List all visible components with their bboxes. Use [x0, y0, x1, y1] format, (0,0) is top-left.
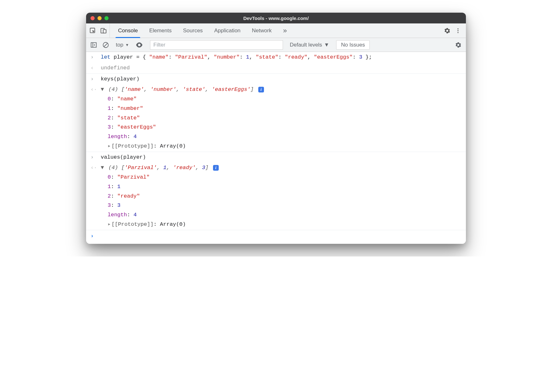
prototype-value: Array(0): [160, 221, 186, 227]
input-caret-icon: ›: [91, 74, 96, 84]
disclosure-closed-icon[interactable]: ▸: [108, 143, 111, 149]
number: 4: [134, 212, 137, 218]
log-levels-selector[interactable]: Default levels ▼: [287, 42, 332, 48]
prompt-caret-icon: ›: [91, 233, 94, 239]
array-index: 1: [108, 105, 111, 111]
length-label: length: [108, 212, 127, 218]
code-text: };: [362, 54, 372, 60]
console-output-row: ‹· ▼ (4) ['Parzival', 1, 'ready', 3] i 0…: [86, 162, 466, 230]
array-index: 2: [108, 193, 111, 199]
info-icon[interactable]: i: [213, 165, 219, 171]
tab-network[interactable]: Network: [246, 23, 277, 38]
filter-input[interactable]: [150, 40, 283, 50]
string: 'ready': [173, 165, 195, 171]
array-index: 1: [108, 184, 111, 190]
code-text: keys(player): [101, 76, 139, 82]
kebab-icon[interactable]: [455, 27, 461, 34]
more-tabs-icon[interactable]: »: [277, 23, 292, 38]
levels-label: Default levels: [290, 42, 322, 48]
tab-label: Console: [118, 28, 138, 34]
array-count: (4): [108, 165, 118, 171]
array-index: 3: [108, 124, 111, 130]
number: 1: [117, 184, 121, 190]
array-index: 0: [108, 174, 111, 180]
disclosure-open-icon[interactable]: ▼: [101, 163, 105, 173]
console-output-row: ‹· ▼ (4) ['name', 'number', 'state', 'ea…: [86, 84, 466, 152]
array-index: 2: [108, 115, 111, 121]
gear-icon[interactable]: [444, 27, 451, 34]
undefined-value: undefined: [101, 65, 130, 71]
live-expression-icon[interactable]: [135, 41, 143, 49]
tab-label: Sources: [183, 28, 203, 34]
console-toolbar: top ▼ Default levels ▼ No Issues: [86, 38, 466, 52]
traffic-lights: [91, 16, 109, 20]
inspect-icon[interactable]: [89, 27, 96, 34]
keyword: let: [101, 54, 110, 60]
string: "ready": [285, 54, 307, 60]
console-prompt[interactable]: ›: [86, 230, 466, 244]
tab-strip: Console Elements Sources Application Net…: [86, 23, 466, 38]
console-input-row[interactable]: › keys(player): [86, 74, 466, 85]
code-text: player = {: [110, 54, 149, 60]
code-text: values(player): [101, 154, 146, 160]
string: "Parzival": [117, 174, 150, 180]
array-count: (4): [108, 86, 118, 92]
issues-button[interactable]: No Issues: [336, 40, 370, 50]
svg-point-5: [457, 32, 458, 33]
chevron-down-icon: ▼: [125, 43, 129, 47]
sidebar-toggle-icon[interactable]: [90, 41, 97, 49]
maximize-icon[interactable]: [104, 16, 109, 20]
prototype-value: Array(0): [160, 143, 186, 149]
number: 1: [246, 54, 249, 60]
output-caret-icon: ‹·: [91, 163, 96, 173]
output-caret-icon: ‹·: [91, 85, 96, 94]
svg-rect-6: [91, 42, 97, 47]
string: 'easterEggs': [212, 86, 250, 92]
close-icon[interactable]: [91, 16, 95, 20]
length-label: length: [108, 134, 127, 140]
tab-label: Network: [252, 28, 272, 34]
string: 'state': [183, 86, 205, 92]
number: 3: [359, 54, 362, 60]
devtools-window: DevTools - www.google.com/ Console Eleme…: [86, 13, 466, 244]
disclosure-closed-icon[interactable]: ▸: [108, 221, 111, 227]
string: "name": [149, 54, 168, 60]
number: 3: [117, 202, 121, 208]
array-index: 3: [108, 202, 111, 208]
disclosure-open-icon[interactable]: ▼: [101, 85, 105, 94]
string: "number": [117, 105, 143, 111]
string: "number": [214, 54, 240, 60]
string: "easterEggs": [314, 54, 353, 60]
context-label: top: [116, 42, 123, 48]
svg-line-9: [104, 43, 108, 47]
console-output: › let player = { "name": "Parzival", "nu…: [86, 52, 466, 244]
context-selector[interactable]: top ▼: [114, 41, 131, 49]
number: 4: [134, 134, 137, 140]
info-icon[interactable]: i: [258, 87, 264, 92]
string: "name": [117, 96, 137, 102]
string: "state": [117, 115, 140, 121]
titlebar: DevTools - www.google.com/: [86, 13, 466, 23]
clear-console-icon[interactable]: [102, 41, 110, 49]
prototype-label: [[Prototype]]: [111, 143, 154, 149]
string: 'Parzival': [124, 165, 157, 171]
tab-console[interactable]: Console: [112, 23, 143, 38]
string: 'number': [150, 86, 176, 92]
string: "state": [256, 54, 278, 60]
number: 1: [163, 165, 166, 171]
tab-sources[interactable]: Sources: [177, 23, 208, 38]
prototype-label: [[Prototype]]: [111, 221, 154, 227]
svg-point-4: [457, 30, 458, 31]
array-expanded: 0: "Parzival" 1: 1 2: "ready" 3: 3 lengt…: [91, 173, 463, 229]
tab-elements[interactable]: Elements: [143, 23, 177, 38]
gear-icon[interactable]: [455, 41, 462, 49]
device-toggle-icon[interactable]: [100, 27, 107, 34]
console-output-row: ‹ undefined: [86, 63, 466, 74]
tab-application[interactable]: Application: [209, 23, 246, 38]
svg-rect-2: [103, 29, 106, 33]
console-input-row[interactable]: › let player = { "name": "Parzival", "nu…: [86, 52, 466, 63]
string: "easterEggs": [117, 124, 156, 130]
minimize-icon[interactable]: [97, 16, 102, 20]
svg-point-3: [457, 28, 458, 29]
console-input-row[interactable]: › values(player): [86, 152, 466, 163]
